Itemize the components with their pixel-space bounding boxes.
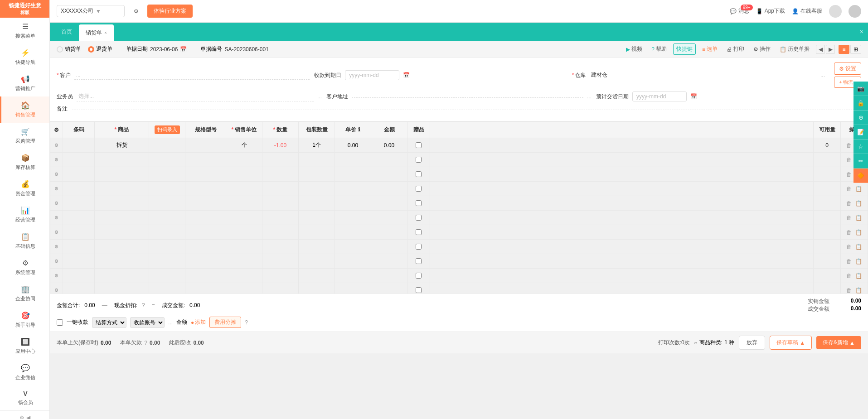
row-notes[interactable] xyxy=(430,254,814,269)
sidebar-item-wechat[interactable]: 💬 企业微信 xyxy=(0,359,49,385)
row-unit[interactable] xyxy=(226,196,262,211)
row-pkg-qty[interactable] xyxy=(299,269,335,283)
row-notes[interactable] xyxy=(430,225,814,240)
row-barcode[interactable] xyxy=(63,153,95,167)
shortcut-btn[interactable]: 快捷键 xyxy=(673,43,696,55)
row-gift[interactable] xyxy=(407,211,430,225)
row-gift[interactable] xyxy=(407,283,430,294)
row-spec[interactable] xyxy=(185,283,226,294)
row-amount[interactable] xyxy=(371,283,407,294)
history-btn[interactable]: 📋 历史单据 xyxy=(777,44,812,54)
view-grid-btn[interactable]: ⊞ xyxy=(850,45,861,54)
sidebar-item-quick-nav[interactable]: ⚡ 快捷导航 xyxy=(0,44,49,70)
customer-addr-input[interactable] xyxy=(352,96,583,98)
copy-icon[interactable]: 📋 xyxy=(855,244,862,250)
tab-home[interactable]: 首页 xyxy=(54,23,79,41)
table-container[interactable]: ⚙ 条码 * 商品 扫码录入 规格型号 * 销售单位 * 数量 包装数量 单价 … xyxy=(50,121,868,294)
row-barcode[interactable] xyxy=(63,167,95,182)
row-notes[interactable] xyxy=(430,182,814,196)
row-spec[interactable] xyxy=(185,254,226,269)
expense-btn[interactable]: 费用分摊 xyxy=(209,317,241,328)
window-close-icon[interactable]: × xyxy=(860,28,863,35)
sidebar-settings-btn[interactable]: ⚙ ◀ xyxy=(0,411,49,419)
row-qty[interactable] xyxy=(262,211,299,225)
calc-method-select[interactable]: 结算方式 xyxy=(92,317,126,328)
sidebar-item-finance[interactable]: 💰 资金管理 xyxy=(0,175,49,202)
delete-icon[interactable]: 🗑 xyxy=(846,157,852,163)
bill-num-value[interactable]: SA-20230606-001 xyxy=(224,46,268,53)
account-select[interactable]: 收款账号 xyxy=(130,317,165,328)
row-unit[interactable]: 个 xyxy=(226,138,262,153)
rfp-edit-btn[interactable]: ✏ xyxy=(853,154,868,169)
row-qty[interactable] xyxy=(262,182,299,196)
row-pkg-qty[interactable] xyxy=(299,283,335,294)
row-goods[interactable] xyxy=(95,283,149,294)
row-unit[interactable] xyxy=(226,182,262,196)
row-barcode[interactable] xyxy=(63,254,95,269)
row-amount[interactable]: 0.00 xyxy=(371,138,407,153)
row-price[interactable] xyxy=(335,283,371,294)
row-notes[interactable] xyxy=(430,240,814,254)
delete-icon[interactable]: 🗑 xyxy=(846,215,852,221)
row-goods[interactable] xyxy=(95,196,149,211)
row-goods[interactable] xyxy=(95,211,149,225)
save-draft-button[interactable]: 保存草稿 ▲ xyxy=(770,336,812,350)
row-spec[interactable] xyxy=(185,211,226,225)
row-goods[interactable]: 拆货 xyxy=(95,138,149,153)
row-qty[interactable] xyxy=(262,254,299,269)
gift-checkbox[interactable] xyxy=(416,200,422,206)
row-unit[interactable] xyxy=(226,167,262,182)
operation-btn[interactable]: ⚙ 操作 xyxy=(751,44,773,54)
row-spec[interactable] xyxy=(185,153,226,167)
sidebar-item-system[interactable]: ⚙ 系统管理 xyxy=(0,254,49,280)
row-unit[interactable] xyxy=(226,269,262,283)
row-amount[interactable] xyxy=(371,254,407,269)
scan-button[interactable]: 扫码录入 xyxy=(155,125,180,134)
settings-button[interactable]: ⚙ xyxy=(129,5,143,18)
row-pkg-qty[interactable] xyxy=(299,196,335,211)
delete-icon[interactable]: 🗑 xyxy=(846,186,852,192)
date-value[interactable]: 2023-06-06 xyxy=(150,46,178,53)
help-btn[interactable]: ? 帮助 xyxy=(649,44,669,54)
row-notes[interactable] xyxy=(430,196,814,211)
row-barcode[interactable] xyxy=(63,138,95,153)
sidebar-item-basic[interactable]: 📋 基础信息 xyxy=(0,228,49,254)
rfp-note-btn[interactable]: 📝 xyxy=(853,125,868,140)
sidebar-item-search[interactable]: ☰ 搜索菜单 xyxy=(0,18,49,44)
row-price[interactable] xyxy=(335,269,371,283)
gift-checkbox[interactable] xyxy=(416,273,422,279)
row-unit[interactable] xyxy=(226,283,262,294)
delete-icon[interactable]: 🗑 xyxy=(846,200,852,207)
row-pkg-qty[interactable]: 1个 xyxy=(299,138,335,153)
print-btn[interactable]: 🖨 打印 xyxy=(724,44,747,54)
row-qty[interactable] xyxy=(262,283,299,294)
remark-input[interactable] xyxy=(72,108,861,110)
row-unit[interactable] xyxy=(226,211,262,225)
row-gift[interactable] xyxy=(407,254,430,269)
row-price[interactable] xyxy=(335,167,371,182)
row-qty[interactable] xyxy=(262,240,299,254)
row-barcode[interactable] xyxy=(63,182,95,196)
rfp-star-btn[interactable]: ☆ xyxy=(853,140,868,154)
delete-icon[interactable]: 🗑 xyxy=(846,171,852,178)
delete-icon[interactable]: 🗑 xyxy=(846,142,852,149)
radio-sales[interactable]: 销货单 xyxy=(57,45,81,53)
row-price[interactable] xyxy=(335,211,371,225)
salesperson-input[interactable]: 选择... xyxy=(77,92,314,101)
avatar2[interactable] xyxy=(849,5,861,18)
tab-close-icon[interactable]: × xyxy=(104,30,107,35)
sidebar-item-guide[interactable]: 🎯 新手引导 xyxy=(0,307,49,333)
sidebar-item-apps[interactable]: 🔲 应用中心 xyxy=(0,333,49,359)
row-price[interactable] xyxy=(335,196,371,211)
row-notes[interactable] xyxy=(430,153,814,167)
row-notes[interactable] xyxy=(430,138,814,153)
row-price[interactable] xyxy=(335,254,371,269)
copy-icon[interactable]: 📋 xyxy=(855,200,862,207)
rfp-add-btn[interactable]: ⊕ xyxy=(853,111,868,125)
copy-icon[interactable]: 📋 xyxy=(855,186,862,192)
sidebar-item-inventory[interactable]: 📦 库存核算 xyxy=(0,149,49,175)
trial-button[interactable]: 体验行业方案 xyxy=(147,5,193,18)
view-list-btn[interactable]: ≡ xyxy=(839,45,849,54)
row-barcode[interactable] xyxy=(63,240,95,254)
copy-icon[interactable]: 📋 xyxy=(855,287,862,294)
